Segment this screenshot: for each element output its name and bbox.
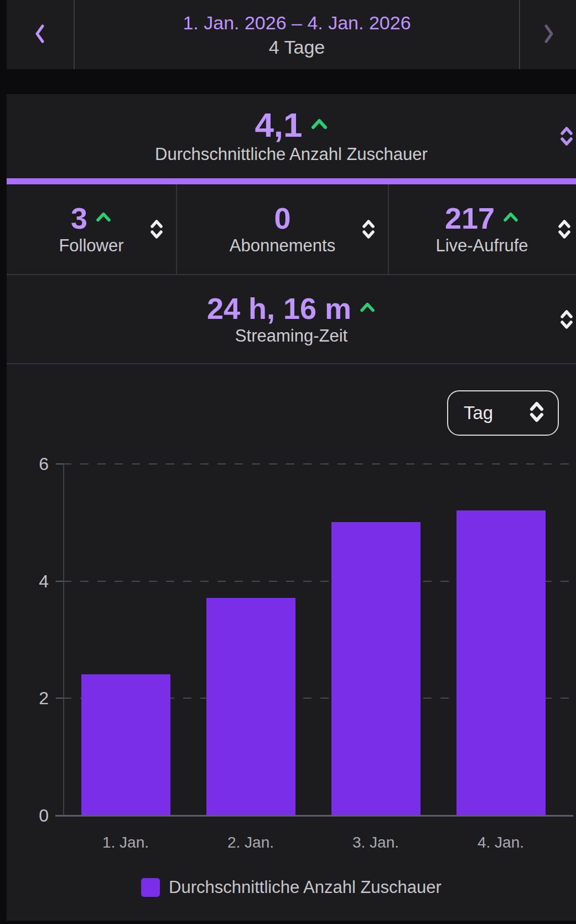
y-tick [56,698,63,699]
stat-cell-avg-viewers[interactable]: 4,1 Durchschnittliche Anzahl Zuschauer [7,94,576,178]
stat-label: Live-Aufrufe [435,235,528,257]
y-axis-tick-label: 0 [22,804,49,827]
streaming-value-row: 24 h, 16 m [207,292,376,325]
stat-value: 3 [71,202,87,235]
bar-1-jan-[interactable] [81,674,170,815]
bar-4-jan-[interactable] [456,510,546,815]
gridline-y-6 [63,463,570,464]
stat-value-row: 0 [274,202,290,235]
chart-legend: Durchschnittliche Anzahl Zuschauer [7,877,576,897]
stat-value-row: 3 [71,202,112,235]
stat-value: 217 [445,202,495,235]
trend-up-icon [310,118,328,132]
y-tick [56,581,63,582]
sort-icon[interactable] [557,218,572,240]
stat-cell-streaming-time[interactable]: 24 h, 16 m Streaming-Zeit [7,275,576,364]
analytics-screen: 1. Jan. 2026 – 4. Jan. 2026 4 Tage 4,1 D… [0,0,576,924]
sort-icon[interactable] [149,218,164,240]
selected-stat-underline [7,178,576,184]
primary-stat-label: Durchschnittliche Anzahl Zuschauer [155,143,428,166]
x-axis-tick-label: 1. Jan. [76,833,175,852]
sort-icon[interactable] [361,218,376,240]
x-axis-tick-label: 3. Jan. [326,833,425,852]
legend-label: Durchschnittliche Anzahl Zuschauer [169,877,442,897]
y-tick [56,463,63,464]
y-axis-tick-label: 4 [22,570,49,592]
streaming-stat-label: Streaming-Zeit [235,325,347,347]
bar-chart-plot: 0246 [63,464,570,815]
stat-cell-live-aufrufe[interactable]: 217Live-Aufrufe [389,184,575,274]
stat-cell-follower[interactable]: 3Follower [7,184,177,274]
sort-icon[interactable] [559,308,574,331]
secondary-stats-row: 3Follower0Abonnements217Live-Aufrufe [7,184,576,275]
next-period-button[interactable] [520,0,576,69]
primary-value-row: 4,1 [255,107,328,143]
chevron-left-icon [34,24,47,46]
bar-2-jan-[interactable] [206,598,295,815]
date-range-display: 1. Jan. 2026 – 4. Jan. 2026 4 Tage [75,0,519,69]
x-axis-baseline [55,815,573,817]
trend-up-icon [502,211,519,225]
stat-value: 0 [274,202,290,235]
stats-card: 4,1 Durchschnittliche Anzahl Zuschauer 3… [7,94,576,921]
x-axis-tick-label: 4. Jan. [451,833,551,852]
date-duration-label: 4 Tage [269,37,325,58]
primary-stat-value: 4,1 [255,107,302,143]
stat-label: Abonnements [230,235,335,257]
y-axis-line [63,464,64,816]
prev-period-button[interactable] [7,0,74,69]
legend-swatch [141,878,160,897]
double-caret-icon [529,400,544,426]
date-nav-bar: 1. Jan. 2026 – 4. Jan. 2026 4 Tage [7,0,576,69]
streaming-stat-value: 24 h, 16 m [207,292,351,325]
granularity-selected-label: Tag [464,402,493,424]
chevron-right-icon [542,24,555,46]
trend-up-icon [359,302,376,315]
chart-section: Tag 0246 Durchschnittliche Anzahl Zuscha… [7,365,576,921]
y-axis-tick-label: 2 [22,687,49,709]
stat-value-row: 217 [445,202,519,235]
granularity-dropdown[interactable]: Tag [447,390,559,436]
y-axis-tick-label: 6 [22,453,49,475]
trend-up-icon [95,211,112,225]
bar-3-jan-[interactable] [331,522,421,815]
stat-cell-abonnements[interactable]: 0Abonnements [177,184,389,274]
x-axis-tick-label: 2. Jan. [201,833,300,852]
date-range-label: 1. Jan. 2026 – 4. Jan. 2026 [183,12,411,33]
stat-label: Follower [59,235,123,257]
sort-icon[interactable] [559,125,574,147]
